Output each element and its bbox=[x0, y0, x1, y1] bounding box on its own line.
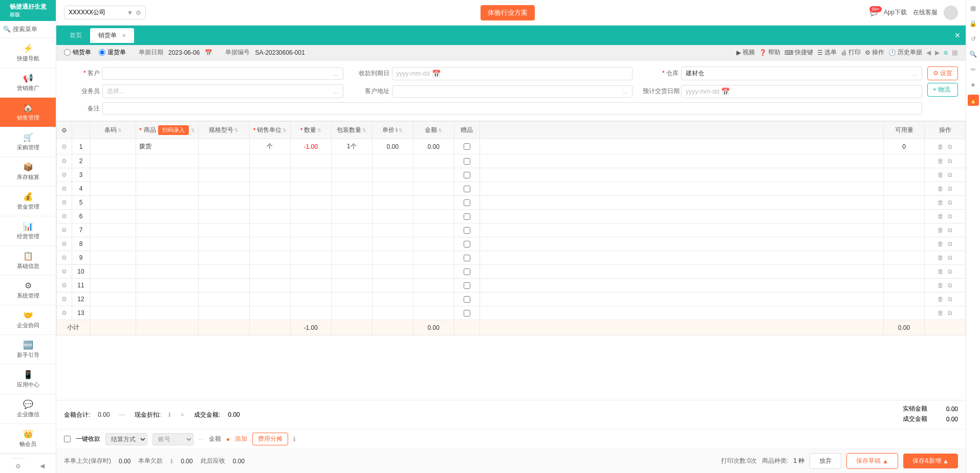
cell-goods[interactable] bbox=[136, 306, 199, 320]
tab-sales-order[interactable]: 销货单 ✕ bbox=[90, 28, 134, 43]
cell-settings[interactable]: ⚙ bbox=[57, 154, 72, 168]
cell-gift[interactable] bbox=[454, 265, 480, 279]
cell-price[interactable] bbox=[372, 223, 413, 237]
delete-icon[interactable]: 🗑 bbox=[938, 282, 944, 289]
cell-goods[interactable] bbox=[136, 292, 199, 306]
cell-amount[interactable] bbox=[413, 154, 454, 168]
cell-qty[interactable] bbox=[290, 223, 331, 237]
cell-ops[interactable]: 🗑 ⧉ bbox=[925, 265, 966, 279]
sidebar-item-basic[interactable]: 📋基础信息 bbox=[0, 246, 56, 276]
warehouse-input[interactable]: 建材仓 ... bbox=[681, 66, 922, 80]
cell-unit[interactable] bbox=[249, 182, 290, 196]
expense-info-icon[interactable]: ℹ bbox=[293, 436, 296, 443]
cell-goods[interactable] bbox=[136, 182, 199, 196]
delete-icon[interactable]: 🗑 bbox=[938, 268, 944, 275]
sidebar-search[interactable]: 🔍 搜索菜单 bbox=[0, 21, 56, 38]
cell-gift[interactable] bbox=[454, 210, 480, 223]
salesperson-input[interactable]: 选择... ... bbox=[102, 84, 343, 98]
cell-amount[interactable] bbox=[413, 237, 454, 251]
delete-icon[interactable]: 🗑 bbox=[938, 296, 944, 303]
cell-pkg[interactable] bbox=[331, 210, 372, 223]
cell-price[interactable] bbox=[372, 210, 413, 223]
cell-unit[interactable] bbox=[249, 279, 290, 292]
right-panel-item-6[interactable]: ★ bbox=[968, 79, 979, 91]
toolbar-history[interactable]: 🕐 历史单据 bbox=[888, 48, 922, 57]
delete-icon[interactable]: 🗑 bbox=[938, 240, 944, 247]
cell-settings[interactable]: ⚙ bbox=[57, 279, 72, 292]
cell-price[interactable] bbox=[372, 154, 413, 168]
cell-ops[interactable]: 🗑 ⧉ bbox=[925, 154, 966, 168]
cell-qty[interactable] bbox=[290, 251, 331, 265]
right-panel-item-2[interactable]: 🔒 bbox=[968, 18, 979, 29]
delete-icon[interactable]: 🗑 bbox=[938, 227, 944, 234]
cell-unit[interactable] bbox=[249, 265, 290, 279]
copy-icon[interactable]: ⧉ bbox=[948, 213, 952, 220]
cell-amount[interactable] bbox=[413, 182, 454, 196]
toolbar-choose[interactable]: ☰ 选单 bbox=[817, 48, 837, 57]
cell-gift[interactable] bbox=[454, 182, 480, 196]
cell-unit[interactable] bbox=[249, 168, 290, 182]
expected-date-input[interactable]: yyyy-mm-dd 📅 bbox=[681, 85, 922, 98]
toolbar-ops[interactable]: ⚙ 操作 bbox=[865, 48, 884, 57]
app-download-link[interactable]: App下载 bbox=[884, 8, 907, 17]
cell-unit[interactable] bbox=[249, 306, 290, 320]
cell-ops[interactable]: 🗑 ⧉ bbox=[925, 168, 966, 182]
cell-spec[interactable] bbox=[198, 292, 249, 306]
trial-button[interactable]: 体验行业方案 bbox=[481, 5, 535, 20]
delete-icon[interactable]: 🗑 bbox=[938, 254, 944, 261]
cell-settings[interactable]: ⚙ bbox=[57, 210, 72, 223]
cell-pkg[interactable] bbox=[331, 196, 372, 210]
cell-ops[interactable]: 🗑 ⧉ bbox=[925, 237, 966, 251]
cell-qty[interactable] bbox=[290, 182, 331, 196]
cell-pkg[interactable] bbox=[331, 279, 372, 292]
cell-gift[interactable] bbox=[454, 154, 480, 168]
sidebar-collapse-icon[interactable]: ◀ bbox=[40, 462, 45, 469]
cell-gift[interactable] bbox=[454, 237, 480, 251]
cell-price[interactable] bbox=[372, 182, 413, 196]
cell-gift[interactable] bbox=[454, 168, 480, 182]
delete-icon[interactable]: 🗑 bbox=[938, 171, 944, 178]
cell-amount[interactable] bbox=[413, 279, 454, 292]
cell-goods[interactable] bbox=[136, 265, 199, 279]
cell-settings[interactable]: ⚙ bbox=[57, 265, 72, 279]
cell-qty[interactable] bbox=[290, 292, 331, 306]
cell-spec[interactable] bbox=[198, 196, 249, 210]
cell-qty[interactable] bbox=[290, 196, 331, 210]
cell-barcode[interactable] bbox=[90, 223, 136, 237]
cell-qty[interactable] bbox=[290, 306, 331, 320]
save-new-button[interactable]: 保存&新增 ▲ bbox=[903, 454, 958, 468]
copy-icon[interactable]: ⧉ bbox=[948, 199, 952, 206]
sidebar-item-wechat[interactable]: 💬企业微信 bbox=[0, 394, 56, 424]
cell-amount[interactable] bbox=[413, 168, 454, 182]
cell-spec[interactable] bbox=[198, 154, 249, 168]
remarks-input[interactable] bbox=[102, 102, 922, 115]
copy-icon[interactable]: ⧉ bbox=[948, 240, 952, 247]
cell-unit[interactable]: 个 bbox=[249, 139, 290, 154]
cell-gift[interactable] bbox=[454, 251, 480, 265]
copy-icon[interactable]: ⧉ bbox=[948, 254, 952, 261]
cell-price[interactable] bbox=[372, 251, 413, 265]
calc-method-select[interactable]: 结算方式 bbox=[105, 433, 147, 445]
due-date-calendar-icon[interactable]: 📅 bbox=[432, 70, 441, 78]
cell-barcode[interactable] bbox=[90, 196, 136, 210]
cell-spec[interactable] bbox=[198, 182, 249, 196]
right-panel-item-3[interactable]: ↺ bbox=[968, 33, 979, 44]
right-panel-item-5[interactable]: ✏ bbox=[968, 64, 979, 75]
delete-icon[interactable]: 🗑 bbox=[938, 185, 944, 192]
cell-settings[interactable]: ⚙ bbox=[57, 251, 72, 265]
cell-barcode[interactable] bbox=[90, 306, 136, 320]
cell-ops[interactable]: 🗑 ⧉ bbox=[925, 223, 966, 237]
sidebar-item-finance[interactable]: 💰资金管理 bbox=[0, 187, 56, 216]
cell-settings[interactable]: ⚙ bbox=[57, 237, 72, 251]
copy-icon[interactable]: ⧉ bbox=[948, 185, 952, 192]
cell-price[interactable] bbox=[372, 196, 413, 210]
cell-qty[interactable] bbox=[290, 210, 331, 223]
one-click-checkbox[interactable] bbox=[64, 436, 71, 442]
cell-qty[interactable] bbox=[290, 265, 331, 279]
cell-unit[interactable] bbox=[249, 154, 290, 168]
toolbar-print[interactable]: 🖨 打印 bbox=[841, 48, 861, 57]
cell-spec[interactable] bbox=[198, 265, 249, 279]
cell-barcode[interactable] bbox=[90, 279, 136, 292]
cell-settings[interactable]: ⚙ bbox=[57, 168, 72, 182]
cell-amount[interactable] bbox=[413, 223, 454, 237]
